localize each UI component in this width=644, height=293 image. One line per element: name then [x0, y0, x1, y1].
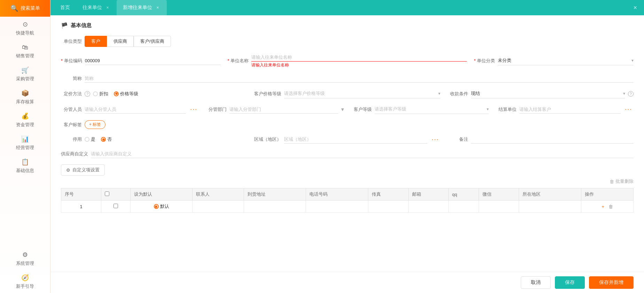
- add-tag-button[interactable]: + 标签: [85, 120, 105, 129]
- unit-code-input[interactable]: [85, 57, 221, 65]
- tab-contacts[interactable]: 往来单位 ×: [76, 0, 117, 15]
- save-button[interactable]: 保存: [555, 276, 585, 289]
- disabled-group: 停用 是 否: [61, 136, 247, 143]
- short-name-group: 简称: [61, 74, 634, 83]
- row-add-button[interactable]: +: [602, 204, 604, 209]
- sidebar-item-system[interactable]: ⚙ 系统管理: [0, 247, 50, 270]
- tab-home[interactable]: 首页: [54, 0, 76, 15]
- manager-group: 分管人员 ···: [61, 105, 199, 114]
- col-fax: 传真: [368, 188, 408, 201]
- window-close-button[interactable]: ×: [630, 4, 641, 11]
- batch-delete-label[interactable]: 批量删除: [615, 178, 634, 185]
- unit-name-input-wrapper: 请输入往来单位名称: [251, 53, 467, 68]
- unit-category-value: 未分类: [498, 57, 511, 64]
- row-delete-button[interactable]: 🗑: [608, 204, 613, 209]
- col-region: 所在地区: [519, 188, 581, 201]
- supplier-custom-row: 供应商自定义: [61, 150, 634, 158]
- save-new-button[interactable]: 保存并新增: [589, 276, 634, 289]
- unit-btn-customer[interactable]: 客户: [85, 36, 107, 47]
- sidebar-item-finance[interactable]: 💰 资金管理: [0, 108, 50, 131]
- tag-group: 客户标签 + 标签: [61, 120, 634, 129]
- tab-new-contact[interactable]: 新增往来单位 ×: [117, 0, 167, 15]
- unit-type-buttons: 客户 供应商 客户/供应商: [85, 36, 171, 47]
- unit-category-select[interactable]: 未分类 ▾: [498, 56, 634, 65]
- row-default-cell: 默认: [130, 201, 193, 213]
- tag-row: 客户标签 + 标签: [61, 120, 634, 129]
- sidebar-item-base-info[interactable]: 📋 基础信息: [0, 154, 50, 177]
- manager-more-btn[interactable]: ···: [189, 106, 199, 113]
- region-input[interactable]: [284, 135, 427, 144]
- sidebar-item-sales[interactable]: 🛍 销售管理: [0, 40, 50, 63]
- disabled-label: 停用: [61, 136, 82, 143]
- pricing-label: 定价方法: [61, 91, 82, 97]
- home-icon: ⊙: [21, 20, 29, 29]
- payment-label: 收款条件: [447, 91, 468, 97]
- manager-input[interactable]: [85, 105, 186, 114]
- row-default-radio[interactable]: 默认: [134, 203, 189, 210]
- finance-icon: 💰: [21, 112, 29, 120]
- table-row: 1 默认: [61, 201, 634, 213]
- cancel-button[interactable]: 取消: [521, 276, 551, 289]
- disabled-radio-no[interactable]: 否: [101, 136, 112, 143]
- unit-category-label: 单位分类: [474, 58, 495, 64]
- radio-yes-circle: [85, 137, 89, 142]
- sidebar-item-guide[interactable]: 🧭 新手引导: [0, 270, 50, 293]
- pricing-radio-level[interactable]: 价格等级: [114, 91, 138, 97]
- row-checkbox[interactable]: [113, 204, 118, 208]
- unit-name-input[interactable]: [251, 53, 467, 62]
- settlement-input[interactable]: [519, 105, 621, 114]
- dept-input[interactable]: [229, 105, 338, 114]
- region-label: 区域（地区）: [254, 136, 281, 143]
- payment-help-icon[interactable]: ?: [628, 91, 634, 97]
- remark-label: 备注: [447, 136, 468, 143]
- unit-name-label: 单位名称: [228, 58, 249, 64]
- row-actions: + 🗑: [581, 201, 633, 213]
- remark-input[interactable]: [471, 135, 634, 144]
- customer-level-select[interactable]: 请选择客户等级 ▾: [375, 105, 489, 114]
- customer-level-group: 客户等级 请选择客户等级 ▾: [351, 105, 489, 114]
- col-actions: 操作: [581, 188, 633, 201]
- pricing-radio-discount[interactable]: 折扣: [93, 91, 108, 97]
- disabled-radio-yes[interactable]: 是: [85, 136, 95, 143]
- col-contact: 联系人: [193, 188, 244, 201]
- select-all-checkbox[interactable]: [105, 192, 109, 196]
- sidebar-item-purchase[interactable]: 🛒 采购管理: [0, 63, 50, 86]
- tab-contacts-close[interactable]: ×: [105, 5, 110, 10]
- region-group: 区域（地区） ···: [254, 135, 440, 144]
- settlement-more-btn[interactable]: ···: [623, 106, 634, 113]
- sidebar-item-inventory[interactable]: 📦 库存核算: [0, 86, 50, 108]
- row-fax: [368, 201, 408, 213]
- payment-chevron: ▾: [623, 91, 625, 96]
- supplier-custom-input[interactable]: [91, 150, 634, 158]
- row-phone: [306, 201, 368, 213]
- supplier-custom-group: 供应商自定义: [61, 150, 634, 158]
- radio-discount-circle: [93, 91, 98, 96]
- sidebar-item-search[interactable]: 🔍 搜索菜单: [0, 0, 50, 17]
- unit-btn-both[interactable]: 客户/供应商: [134, 36, 171, 47]
- row-contact: [193, 201, 244, 213]
- row-default-circle: [154, 204, 159, 209]
- inventory-icon: 📦: [21, 89, 29, 97]
- row-email: [408, 201, 448, 213]
- short-name-row: 简称: [61, 74, 634, 83]
- unit-btn-supplier[interactable]: 供应商: [107, 36, 134, 47]
- sidebar-item-operations[interactable]: 📊 经营管理: [0, 131, 50, 154]
- payment-select[interactable]: 现结 ▾: [471, 89, 625, 98]
- col-checkbox: [101, 188, 130, 201]
- custom-settings-row: ⚙ 自定义项设置: [61, 164, 634, 176]
- dept-label: 分管部门: [206, 106, 227, 113]
- unit-type-label: 单位类型: [61, 38, 82, 44]
- sidebar-search-label: 搜索菜单: [21, 5, 40, 11]
- region-more-btn[interactable]: ···: [430, 136, 440, 143]
- sidebar-item-quick-nav[interactable]: ⊙ 快捷导航: [0, 17, 50, 40]
- custom-settings-button[interactable]: ⚙ 自定义项设置: [61, 164, 105, 176]
- pricing-help-icon[interactable]: ?: [85, 91, 90, 97]
- short-name-input[interactable]: [85, 74, 634, 83]
- settlement-group: 结算单位 ···: [496, 105, 634, 114]
- batch-delete-area: 🗑 批量删除: [61, 178, 634, 185]
- tab-new-contact-close[interactable]: ×: [155, 5, 160, 10]
- customer-price-chevron: ▾: [438, 91, 440, 96]
- dept-chevron: ▾: [341, 106, 344, 113]
- row-qq: [448, 201, 479, 213]
- customer-price-select[interactable]: 请选择客户价格等级 ▾: [284, 89, 440, 98]
